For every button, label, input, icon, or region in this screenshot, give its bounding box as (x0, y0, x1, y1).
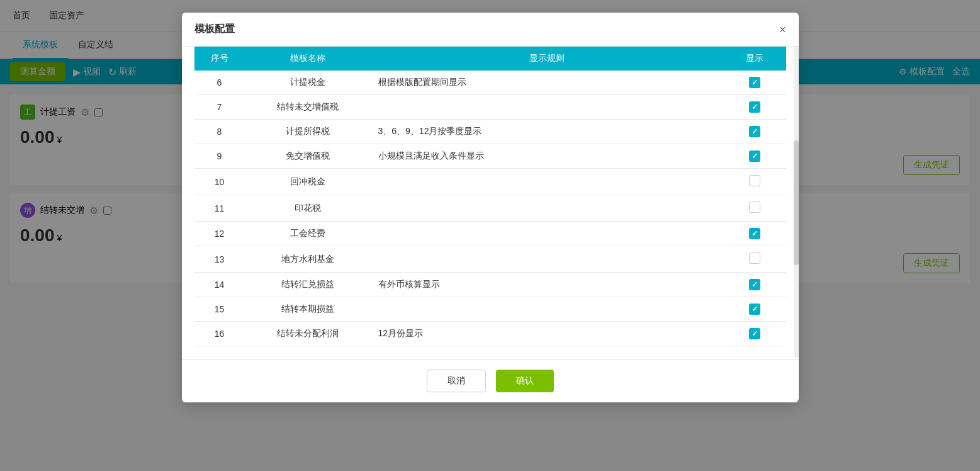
cell-checkbox[interactable] (723, 246, 786, 273)
cell-checkbox[interactable] (723, 95, 786, 120)
checkbox-unchecked[interactable] (749, 201, 760, 213)
checkbox-checked[interactable] (749, 101, 760, 113)
cell-name: 计提所得税 (245, 120, 371, 144)
cell-rule (371, 95, 723, 120)
modal-title: 模板配置 (194, 23, 235, 36)
cell-no: 15 (194, 297, 245, 322)
col-header-display: 显示 (723, 47, 786, 71)
table-row: 10回冲税金 (194, 169, 786, 195)
cell-rule: 有外币核算显示 (371, 273, 723, 297)
cell-name: 结转汇兑损益 (245, 273, 371, 297)
table-row: 6计提税金根据模版配置期间显示 (194, 71, 786, 95)
table-row: 16结转未分配利润12月份显示 (194, 322, 786, 346)
confirm-button[interactable]: 确认 (496, 370, 554, 392)
modal-header: 模板配置 × (182, 13, 799, 47)
modal-body: 序号 模板名称 显示规则 显示 6计提税金根据模版配置期间显示7结转未交增值税8… (182, 47, 799, 359)
cell-name: 印花税 (245, 195, 371, 222)
cell-name: 结转未交增值税 (245, 95, 371, 120)
cell-rule (371, 246, 723, 273)
table-row: 12工会经费 (194, 222, 786, 246)
cell-rule (371, 297, 723, 322)
checkbox-checked[interactable] (749, 126, 760, 137)
scrollbar-thumb[interactable] (794, 140, 799, 265)
cell-name: 地方水利基金 (245, 246, 371, 273)
cell-name: 免交增值税 (245, 144, 371, 169)
checkbox-checked[interactable] (749, 77, 760, 88)
cell-checkbox[interactable] (723, 273, 786, 297)
cell-rule (371, 222, 723, 246)
modal-close-button[interactable]: × (779, 24, 786, 35)
cell-checkbox[interactable] (723, 120, 786, 144)
cell-rule (371, 169, 723, 195)
cell-no: 6 (194, 71, 245, 95)
cell-rule (371, 195, 723, 222)
cell-name: 计提税金 (245, 71, 371, 95)
col-header-rule: 显示规则 (371, 47, 723, 71)
checkbox-unchecked[interactable] (749, 175, 760, 186)
table-row: 9免交增值税小规模且满足收入条件显示 (194, 144, 786, 169)
cell-no: 10 (194, 169, 245, 195)
table-row: 11印花税 (194, 195, 786, 222)
scrollbar-track[interactable] (794, 47, 799, 359)
checkbox-checked[interactable] (749, 279, 760, 290)
cell-no: 14 (194, 273, 245, 297)
cell-checkbox[interactable] (723, 222, 786, 246)
config-table: 序号 模板名称 显示规则 显示 6计提税金根据模版配置期间显示7结转未交增值税8… (194, 47, 786, 346)
table-row: 15结转本期损益 (194, 297, 786, 322)
cell-no: 16 (194, 322, 245, 346)
cell-checkbox[interactable] (723, 144, 786, 169)
cell-checkbox[interactable] (723, 169, 786, 195)
cell-rule: 3、6、9、12月按季度显示 (371, 120, 723, 144)
cell-no: 8 (194, 120, 245, 144)
table-row: 8计提所得税3、6、9、12月按季度显示 (194, 120, 786, 144)
col-header-no: 序号 (194, 47, 245, 71)
cell-name: 结转未分配利润 (245, 322, 371, 346)
table-row: 14结转汇兑损益有外币核算显示 (194, 273, 786, 297)
checkbox-checked[interactable] (749, 150, 760, 162)
cell-checkbox[interactable] (723, 71, 786, 95)
cell-no: 7 (194, 95, 245, 120)
cell-checkbox[interactable] (723, 322, 786, 346)
table-row: 7结转未交增值税 (194, 95, 786, 120)
modal-overlay: 模板配置 × 序号 模板名称 显示规则 显示 6计提税金根据模版配置期间显示7结… (0, 0, 980, 471)
cell-name: 回冲税金 (245, 169, 371, 195)
cell-rule: 小规模且满足收入条件显示 (371, 144, 723, 169)
cell-checkbox[interactable] (723, 195, 786, 222)
cell-no: 12 (194, 222, 245, 246)
cancel-button[interactable]: 取消 (427, 370, 486, 392)
checkbox-checked[interactable] (749, 228, 760, 239)
checkbox-checked[interactable] (749, 328, 760, 339)
checkbox-checked[interactable] (749, 304, 760, 315)
cell-no: 13 (194, 246, 245, 273)
checkbox-unchecked[interactable] (749, 253, 760, 264)
modal-footer: 取消 确认 (182, 359, 799, 402)
cell-rule: 12月份显示 (371, 322, 723, 346)
cell-checkbox[interactable] (723, 297, 786, 322)
cell-no: 9 (194, 144, 245, 169)
cell-no: 11 (194, 195, 245, 222)
cell-name: 结转本期损益 (245, 297, 371, 322)
table-row: 13地方水利基金 (194, 246, 786, 273)
col-header-name: 模板名称 (245, 47, 371, 71)
cell-rule: 根据模版配置期间显示 (371, 71, 723, 95)
template-config-modal: 模板配置 × 序号 模板名称 显示规则 显示 6计提税金根据模版配置期间显示7结… (182, 13, 799, 402)
cell-name: 工会经费 (245, 222, 371, 246)
